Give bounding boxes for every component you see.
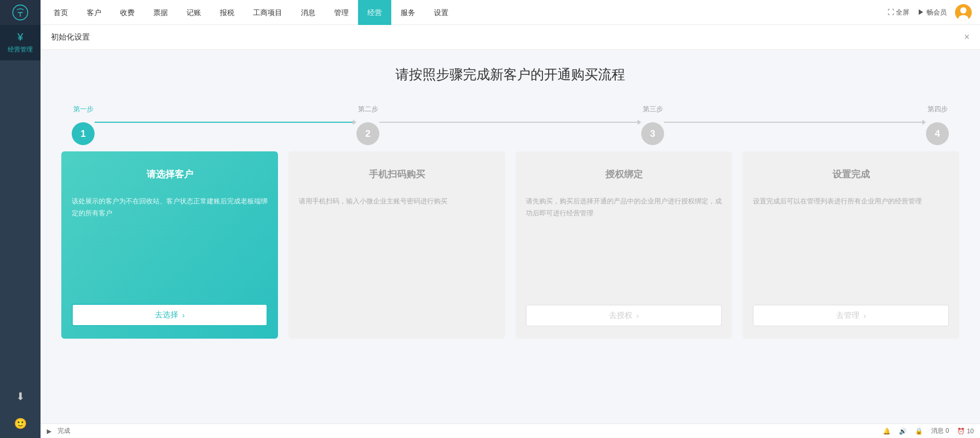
content-area: 请按照步骤完成新客户的开通购买流程 第一步 1 第二步 2 xyxy=(41,50,980,423)
nav-item-shouye[interactable]: 首页 xyxy=(44,0,77,25)
card-1-desc: 该处展示的客户为不在回收站、客户状态正常建账后完成老板端绑定的所有客户 xyxy=(72,195,268,293)
card-setup-done: 设置完成 设置完成后可以在管理列表进行所有企业用户的经营管理 去管理 › xyxy=(743,151,959,339)
nav-item-shoufei[interactable]: 收费 xyxy=(111,0,144,25)
nav-item-shezhi[interactable]: 设置 xyxy=(425,0,458,25)
top-nav: 首页 客户 收费 票据 记账 报税 工商项目 消息 管理 经营 服务 设置 ⛶ … xyxy=(0,0,980,25)
step-between-1-2 xyxy=(95,120,356,130)
step-1: 第一步 1 xyxy=(72,105,95,145)
sidebar-logo xyxy=(0,0,41,25)
card-4-desc: 设置完成后可以在管理列表进行所有企业用户的经营管理 xyxy=(753,195,949,294)
card-2-desc: 请用手机扫码，输入小微企业主账号密码进行购买 xyxy=(299,195,495,326)
message-count: 消息 0 xyxy=(931,427,949,435)
nav-item-baoshui[interactable]: 报税 xyxy=(210,0,244,25)
svg-point-2 xyxy=(960,7,966,14)
step-4-label: 第四步 xyxy=(928,105,948,114)
sidebar-bottom: ⬇ 🙂 xyxy=(0,384,41,438)
card-3-desc: 请先购买，购买后选择开通的产品中的企业用户进行授权绑定，成功后即可进行经营管理 xyxy=(526,195,722,294)
sidebar-item-jingyingguanli[interactable]: ¥ 经营管理 xyxy=(0,25,41,60)
status-text: 完成 xyxy=(58,427,70,435)
yuan-icon: ¥ xyxy=(17,31,23,43)
nav-item-piaoju[interactable]: 票据 xyxy=(144,0,177,25)
step-3-label: 第三步 xyxy=(643,105,663,114)
member-btn[interactable]: ▶ 畅会员 xyxy=(918,8,947,17)
sidebar-item-label: 经营管理 xyxy=(8,45,33,54)
cards-container: 请选择客户 该处展示的客户为不在回收站、客户状态正常建账后完成老板端绑定的所有客… xyxy=(61,151,959,339)
sub-header: 初始化设置 × xyxy=(41,25,980,50)
sidebar-item-download[interactable]: ⬇ xyxy=(0,384,41,411)
nav-item-guanli[interactable]: 管理 xyxy=(325,0,358,25)
status-bar: ▶ 完成 🔔 🔊 🔒 消息 0 ⏰ 10 xyxy=(41,423,980,438)
card-scan-buy: 手机扫码购买 请用手机扫码，输入小微企业主账号密码进行购买 xyxy=(288,151,505,339)
card-4-button[interactable]: 去管理 › xyxy=(753,305,949,326)
card-3-btn-arrow: › xyxy=(637,311,639,320)
card-select-customer: 请选择客户 该处展示的客户为不在回收站、客户状态正常建账后完成老板端绑定的所有客… xyxy=(61,151,278,339)
user-avatar[interactable] xyxy=(955,4,972,21)
sidebar-item-support[interactable]: 🙂 xyxy=(0,411,41,438)
card-3-title: 授权绑定 xyxy=(526,164,722,185)
step-2: 第二步 2 xyxy=(356,105,379,145)
card-4-btn-arrow: › xyxy=(864,311,866,320)
steps-row: 第一步 1 第二步 2 第三步 3 xyxy=(61,105,959,145)
line-3 xyxy=(664,122,922,123)
arrow-2 xyxy=(638,120,641,125)
nav-item-jingying[interactable]: 经营 xyxy=(358,0,391,25)
line-2 xyxy=(379,122,638,123)
step-2-circle: 2 xyxy=(356,122,379,145)
card-1-button[interactable]: 去选择 › xyxy=(72,304,268,326)
step-4-circle: 4 xyxy=(926,122,949,145)
line-1 xyxy=(95,122,353,123)
time-display: ⏰ 10 xyxy=(957,428,974,435)
step-3-circle: 3 xyxy=(641,122,664,145)
nav-item-kehu[interactable]: 客户 xyxy=(77,0,111,25)
card-1-btn-arrow: › xyxy=(182,311,185,319)
play-icon: ▶ xyxy=(47,428,51,435)
sub-header-title: 初始化设置 xyxy=(51,32,90,42)
card-1-btn-label: 去选择 xyxy=(155,310,178,320)
nav-item-gongshang[interactable]: 工商项目 xyxy=(244,0,292,25)
card-authorize: 授权绑定 请先购买，购买后选择开通的产品中的企业用户进行授权绑定，成功后即可进行… xyxy=(515,151,732,339)
support-icon: 🙂 xyxy=(14,417,27,430)
download-icon: ⬇ xyxy=(16,390,25,403)
nav-right: ⛶ 全屏 ▶ 畅会员 xyxy=(888,4,980,21)
main-content: 初始化设置 × 请按照步骤完成新客户的开通购买流程 第一步 1 第二步 2 xyxy=(41,25,980,423)
step-3: 第三步 3 xyxy=(641,105,664,145)
nav-item-xiaoxi[interactable]: 消息 xyxy=(292,0,325,25)
card-1-title: 请选择客户 xyxy=(72,164,268,185)
card-3-btn-label: 去授权 xyxy=(609,311,632,320)
card-4-btn-label: 去管理 xyxy=(836,311,859,320)
step-4: 第四步 4 xyxy=(926,105,949,145)
page-title: 请按照步骤完成新客户的开通购买流程 xyxy=(61,66,959,84)
step-between-2-3 xyxy=(379,120,641,130)
sidebar: ¥ 经营管理 ⬇ 🙂 xyxy=(0,0,41,438)
step-between-3-4 xyxy=(664,120,926,130)
arrow-3 xyxy=(922,120,926,125)
nav-item-jijzhang[interactable]: 记账 xyxy=(177,0,210,25)
step-1-label: 第一步 xyxy=(73,105,94,114)
card-4-title: 设置完成 xyxy=(753,164,949,185)
bell-icon: 🔔 xyxy=(883,428,891,435)
close-button[interactable]: × xyxy=(964,32,970,43)
lock-icon: 🔒 xyxy=(915,428,923,435)
arrow-1 xyxy=(353,120,356,125)
card-2-title: 手机扫码购买 xyxy=(299,164,495,185)
card-3-button[interactable]: 去授权 › xyxy=(526,305,722,326)
fullscreen-btn[interactable]: ⛶ 全屏 xyxy=(888,8,910,17)
step-1-circle: 1 xyxy=(72,122,95,145)
status-bar-right: 🔔 🔊 🔒 消息 0 ⏰ 10 xyxy=(883,427,974,435)
step-2-label: 第二步 xyxy=(358,105,378,114)
nav-item-fuwu[interactable]: 服务 xyxy=(391,0,425,25)
volume-icon: 🔊 xyxy=(899,428,907,435)
